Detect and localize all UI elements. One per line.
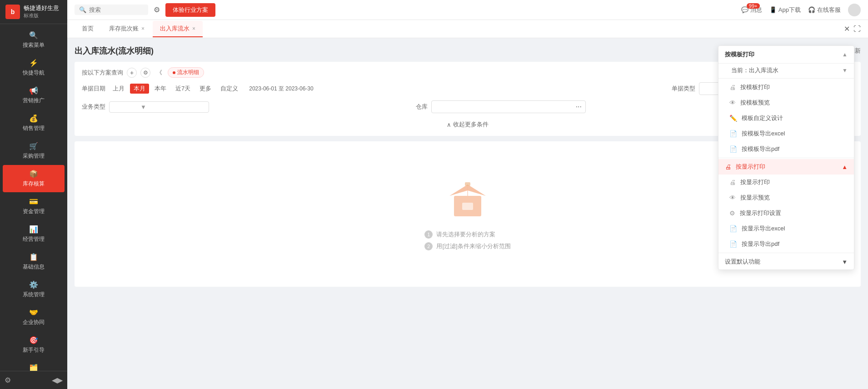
active-tag-dot <box>173 71 175 74</box>
sidebar-label-2: 营销推广 <box>23 97 45 105</box>
dp-display-section-header[interactable]: 🖨 按显示打印 ▲ <box>718 159 854 175</box>
sidebar-item-6[interactable]: 💳资金管理 <box>3 193 65 220</box>
date-opt-自定义[interactable]: 自定义 <box>217 84 242 94</box>
sidebar-item-0[interactable]: 🔍搜索菜单 <box>3 26 65 54</box>
tab-item-2[interactable]: 出入库流水× <box>153 21 203 37</box>
tab-label-0: 首页 <box>82 25 94 33</box>
dp-default-func[interactable]: 设置默认功能 ▼ <box>718 254 854 269</box>
app-logo-text: 畅捷通好生意 标准版 <box>24 5 59 19</box>
dp-display-label-2: 按显示打印设置 <box>740 209 781 217</box>
sidebar-item-5[interactable]: 📦库存核算 <box>3 165 65 192</box>
search-icon: 🔍 <box>79 6 86 13</box>
dp-display-item-0[interactable]: 🖨按显示打印 <box>718 175 854 190</box>
empty-tip-1: 1 请先选择要分析的方案 <box>424 230 510 239</box>
sidebar-settings-btn[interactable]: ⚙ <box>5 376 11 384</box>
sidebar-icon-2: 📢 <box>29 86 38 95</box>
dp-display-icon: 🖨 <box>725 163 731 170</box>
search-input[interactable] <box>89 6 144 13</box>
biz-type-select[interactable]: ▼ <box>109 101 209 113</box>
dp-template-item-4[interactable]: 📄按模板导出pdf <box>718 141 854 157</box>
app-logo-icon: b <box>5 5 20 19</box>
warehouse-select[interactable]: ··· <box>431 100 586 113</box>
date-opt-更多[interactable]: 更多 <box>196 84 215 94</box>
dp-template-label-0: 按模板打印 <box>740 83 770 91</box>
sidebar-item-12[interactable]: 🗂️应用中心 <box>3 359 65 371</box>
sidebar-icon-5: 📦 <box>29 170 38 178</box>
dp-header: 按模板打印 ▲ <box>718 46 854 64</box>
dp-template-label-2: 模板自定义设计 <box>742 114 783 122</box>
warehouse-more-btn[interactable]: ··· <box>576 103 582 111</box>
biz-type-arrow: ▼ <box>140 104 146 110</box>
sidebar-item-8[interactable]: 📋基础信息 <box>3 248 65 275</box>
dp-template-item-0[interactable]: 🖨按模板打印 <box>718 80 854 95</box>
expand-window-btn[interactable]: ⛶ <box>853 25 861 33</box>
header-gear-icon[interactable]: ⚙ <box>154 5 160 14</box>
dp-display-icon-4: 📄 <box>729 240 737 248</box>
sidebar-item-2[interactable]: 📢营销推广 <box>3 82 65 109</box>
date-opt-本年[interactable]: 本年 <box>151 84 170 94</box>
user-avatar[interactable] <box>848 4 861 16</box>
online-service-btn[interactable]: 🎧 在线客服 <box>808 6 841 14</box>
filter-settings-icon[interactable]: ⚙ <box>140 68 150 78</box>
top-header: 🔍 ⚙ 体验行业方案 💬 消息 99+ 📱 App下载 🎧 在线客服 <box>67 0 868 20</box>
filter-collapse-btn[interactable]: 《 <box>154 68 164 78</box>
dp-display-item-1[interactable]: 👁按显示预览 <box>718 190 854 205</box>
sidebar-label-0: 搜索菜单 <box>23 41 45 49</box>
sidebar-label-9: 系统管理 <box>23 291 45 299</box>
search-box[interactable]: 🔍 <box>75 5 148 15</box>
dp-display-label-4: 按显示导出pdf <box>742 240 779 248</box>
message-btn[interactable]: 💬 消息 99+ <box>741 6 762 14</box>
dp-template-label-3: 按模板导出excel <box>742 130 785 138</box>
sidebar-label-4: 采购管理 <box>23 152 45 160</box>
dp-display-item-3[interactable]: 📄按显示导出excel <box>718 221 854 236</box>
date-filter-field: 单据日期 上月本月本年近7天更多自定义 2023-06-01 至 2023-06… <box>82 84 314 94</box>
sidebar-item-7[interactable]: 📊经营管理 <box>3 220 65 248</box>
sidebar-item-3[interactable]: 💰销售管理 <box>3 110 65 137</box>
dp-template-items: 🖨按模板打印👁按模板预览✏️模板自定义设计📄按模板导出excel📄按模板导出pd… <box>718 80 854 157</box>
dp-display-items: 🖨按显示打印👁按显示预览⚙按显示打印设置📄按显示导出excel📄按显示导出pdf <box>718 175 854 252</box>
sidebar-bottom: ⚙ ◀▶ <box>0 371 67 389</box>
date-opt-本月[interactable]: 本月 <box>130 84 149 94</box>
dp-template-item-1[interactable]: 👁按模板预览 <box>718 95 854 110</box>
tab-item-1[interactable]: 库存批次账× <box>102 21 152 37</box>
dp-display-label-3: 按显示导出excel <box>742 224 785 233</box>
tab-bar-right: ✕ ⛶ <box>844 25 861 33</box>
trial-button[interactable]: 体验行业方案 <box>165 3 215 17</box>
headset-icon: 🎧 <box>808 6 815 13</box>
sidebar-item-4[interactable]: 🛒采购管理 <box>3 137 65 165</box>
filter-add-btn[interactable]: + <box>127 68 137 78</box>
sidebar: b 畅捷通好生意 标准版 🔍搜索菜单⚡快捷导航📢营销推广💰销售管理🛒采购管理📦库… <box>0 0 67 389</box>
app-download-btn[interactable]: 📱 App下载 <box>769 6 801 14</box>
date-opt-近7天[interactable]: 近7天 <box>172 84 194 94</box>
dp-display-icon-2: ⚙ <box>729 209 735 217</box>
dp-display-item-2[interactable]: ⚙按显示打印设置 <box>718 205 854 221</box>
sidebar-label-3: 销售管理 <box>23 125 45 132</box>
sidebar-icon-7: 📊 <box>29 225 38 234</box>
sidebar-item-10[interactable]: 🤝企业协同 <box>3 304 65 331</box>
tab-item-0[interactable]: 首页 <box>75 21 101 37</box>
sidebar-label-10: 企业协同 <box>23 319 45 326</box>
sidebar-item-9[interactable]: ⚙️系统管理 <box>3 276 65 303</box>
dp-template-item-3[interactable]: 📄按模板导出excel <box>718 126 854 141</box>
sidebar-icon-0: 🔍 <box>29 31 38 40</box>
sidebar-label-6: 资金管理 <box>23 208 45 215</box>
sidebar-icon-9: ⚙️ <box>29 280 38 289</box>
date-opt-上月[interactable]: 上月 <box>109 84 128 94</box>
sidebar-label-11: 新手引导 <box>23 346 45 354</box>
sidebar-item-11[interactable]: 🎯新手引导 <box>3 331 65 359</box>
close-window-btn[interactable]: ✕ <box>844 25 850 33</box>
sidebar-icon-6: 💳 <box>29 197 38 206</box>
dp-template-item-2[interactable]: ✏️模板自定义设计 <box>718 110 854 126</box>
sidebar-label-8: 基础信息 <box>23 263 45 271</box>
empty-illustration <box>445 178 490 223</box>
sidebar-icon-4: 🛒 <box>29 142 38 150</box>
collapse-conditions-btn[interactable]: ∧ 收起更多条件 <box>441 119 494 130</box>
tab-close-1[interactable]: × <box>141 25 145 32</box>
tab-close-2[interactable]: × <box>192 25 195 32</box>
sidebar-item-1[interactable]: ⚡快捷导航 <box>3 54 65 81</box>
dp-current-section[interactable]: 当前：出入库流水 ▼ <box>718 64 854 77</box>
dp-display-item-4[interactable]: 📄按显示导出pdf <box>718 236 854 252</box>
app-download-icon: 📱 <box>769 6 777 13</box>
sidebar-collapse-btn[interactable]: ◀▶ <box>52 376 63 384</box>
sidebar-icon-3: 💰 <box>29 114 38 123</box>
